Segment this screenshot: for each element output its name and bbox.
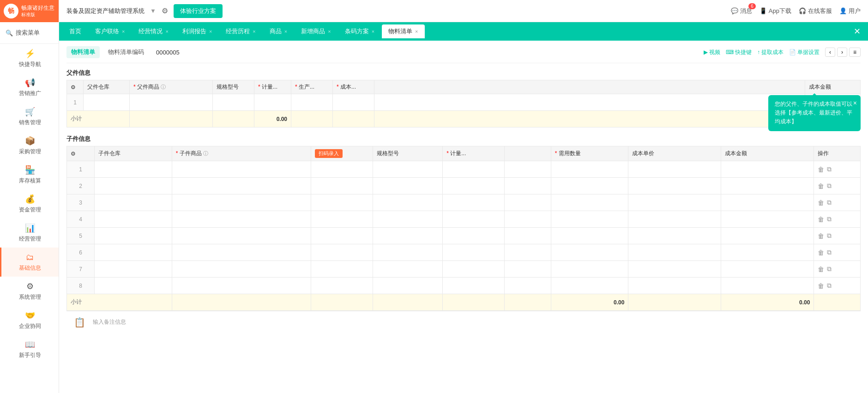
child-row-qty[interactable]: [551, 211, 628, 228]
child-row-unitcost[interactable]: [628, 261, 721, 278]
child-row-warehouse[interactable]: [95, 178, 172, 194]
close-all-tabs-button[interactable]: ✕: [850, 26, 864, 36]
child-row-product[interactable]: [172, 228, 311, 244]
tab-home[interactable]: 首页: [63, 24, 88, 38]
parent-row1-spec[interactable]: [213, 94, 254, 111]
tab-barcode-close[interactable]: ×: [372, 29, 374, 34]
document-settings-button[interactable]: 📄 单据设置: [789, 48, 820, 56]
scan-input-button[interactable]: 扫码录入: [315, 149, 343, 158]
child-row-qty[interactable]: [551, 228, 628, 244]
prev-page-button[interactable]: ‹: [825, 48, 835, 57]
search-menu-button[interactable]: 🔍 搜索菜单: [4, 26, 55, 40]
child-row-unit[interactable]: [443, 278, 505, 294]
child-row-qty[interactable]: [551, 161, 628, 178]
child-row-product[interactable]: [172, 261, 311, 278]
delete-row-button[interactable]: 🗑: [818, 199, 824, 206]
sidebar-item-guide[interactable]: 📖 新手引导: [0, 335, 59, 364]
tab-bom[interactable]: 物料清单 ×: [382, 24, 424, 38]
child-row-spec[interactable]: [373, 228, 443, 244]
child-row-product[interactable]: [172, 178, 311, 194]
child-th-scan[interactable]: 扫码录入: [311, 146, 373, 161]
tab-history[interactable]: 经营历程 ×: [219, 24, 262, 38]
messages-button[interactable]: 💬 消息 6: [731, 7, 752, 15]
copy-row-button[interactable]: ⧉: [827, 265, 832, 273]
child-row-qty[interactable]: [551, 244, 628, 261]
extract-cost-button[interactable]: ↑ 提取成本: [757, 48, 784, 56]
parent-row1-unit[interactable]: [254, 94, 291, 111]
sidebar-item-quick-nav[interactable]: ⚡ 快捷导航: [0, 44, 59, 73]
child-row-spec[interactable]: [373, 278, 443, 294]
tab-customer[interactable]: 客户联络 ×: [89, 24, 131, 38]
tooltip-close-button[interactable]: ×: [853, 98, 857, 108]
tab-new-goods-close[interactable]: ×: [328, 29, 331, 34]
child-row-warehouse[interactable]: [95, 161, 172, 178]
delete-row-button[interactable]: 🗑: [818, 266, 824, 273]
shortcut-button[interactable]: ⌨ 快捷键: [726, 48, 752, 56]
child-row-unit[interactable]: [443, 244, 505, 261]
tab-goods[interactable]: 商品 ×: [263, 24, 294, 38]
child-row-spec[interactable]: [373, 211, 443, 228]
sidebar-item-finance[interactable]: 💰 资金管理: [0, 189, 59, 218]
child-row-spec[interactable]: [373, 261, 443, 278]
tab-new-goods[interactable]: 新增商品 ×: [295, 24, 337, 38]
parent-row1-prod[interactable]: [291, 94, 333, 111]
copy-row-button[interactable]: ⧉: [827, 215, 832, 223]
parent-row1-product[interactable]: [130, 94, 213, 111]
tab-goods-close[interactable]: ×: [284, 29, 287, 34]
tab-barcode[interactable]: 条码方案 ×: [338, 24, 381, 38]
parent-row1-warehouse[interactable]: [84, 94, 130, 111]
child-row-unit[interactable]: [443, 161, 505, 178]
child-row-warehouse[interactable]: [95, 228, 172, 244]
child-row-warehouse[interactable]: [95, 244, 172, 261]
app-download-button[interactable]: 📱 App下载: [760, 7, 791, 15]
child-row-unitcost[interactable]: [628, 194, 721, 211]
child-row-unitcost[interactable]: [628, 161, 721, 178]
delete-row-button[interactable]: 🗑: [818, 182, 824, 190]
sidebar-item-system[interactable]: ⚙ 系统管理: [0, 277, 59, 306]
trial-button[interactable]: 体验行业方案: [174, 4, 223, 18]
child-row-product[interactable]: [172, 194, 311, 211]
sidebar-item-enterprise[interactable]: 🤝 企业协同: [0, 306, 59, 335]
child-row-unitcost[interactable]: [628, 228, 721, 244]
parent-row1-cost[interactable]: [333, 94, 374, 111]
child-row-spec[interactable]: [373, 178, 443, 194]
copy-row-button[interactable]: ⧉: [827, 182, 832, 190]
copy-row-button[interactable]: ⧉: [827, 282, 832, 290]
child-row-spec[interactable]: [373, 161, 443, 178]
child-row-qty[interactable]: [551, 178, 628, 194]
child-row-qty[interactable]: [551, 194, 628, 211]
copy-row-button[interactable]: ⧉: [827, 232, 832, 240]
child-row-product[interactable]: [172, 244, 311, 261]
sidebar-item-basic-info[interactable]: 🗂 基础信息: [0, 248, 59, 277]
child-row-unit[interactable]: [443, 228, 505, 244]
tab-profit-close[interactable]: ×: [209, 29, 212, 34]
user-avatar[interactable]: 👤 用户: [839, 7, 861, 15]
child-row-product[interactable]: [172, 161, 311, 178]
child-row-product[interactable]: [172, 278, 311, 294]
child-row-qty[interactable]: [551, 278, 628, 294]
sidebar-item-inventory[interactable]: 🏪 库存核算: [0, 160, 59, 189]
child-row-unitcost[interactable]: [628, 244, 721, 261]
copy-row-button[interactable]: ⧉: [827, 248, 832, 256]
child-row-unit[interactable]: [443, 194, 505, 211]
tab-profit[interactable]: 利润报告 ×: [176, 24, 218, 38]
child-row-warehouse[interactable]: [95, 211, 172, 228]
child-th-gear[interactable]: ⚙: [67, 146, 95, 161]
delete-row-button[interactable]: 🗑: [818, 232, 824, 240]
tab-operations-close[interactable]: ×: [165, 29, 168, 34]
copy-row-button[interactable]: ⧉: [827, 199, 832, 206]
tab-operations[interactable]: 经营情况 ×: [132, 24, 175, 38]
child-row-spec[interactable]: [373, 194, 443, 211]
sidebar-item-operations[interactable]: 📊 经营管理: [0, 218, 59, 248]
sidebar-item-purchase[interactable]: 📦 采购管理: [0, 131, 59, 160]
child-row-warehouse[interactable]: [95, 278, 172, 294]
next-page-button[interactable]: ›: [837, 48, 847, 57]
sub-tab-bom[interactable]: 物料清单: [66, 46, 100, 58]
tab-customer-close[interactable]: ×: [122, 29, 125, 34]
tab-bom-close[interactable]: ×: [415, 29, 418, 34]
delete-row-button[interactable]: 🗑: [818, 249, 824, 256]
delete-row-button[interactable]: 🗑: [818, 216, 824, 223]
child-row-unitcost[interactable]: [628, 211, 721, 228]
online-service-button[interactable]: 🎧 在线客服: [799, 7, 832, 15]
grid-view-button[interactable]: ≡: [849, 48, 861, 57]
